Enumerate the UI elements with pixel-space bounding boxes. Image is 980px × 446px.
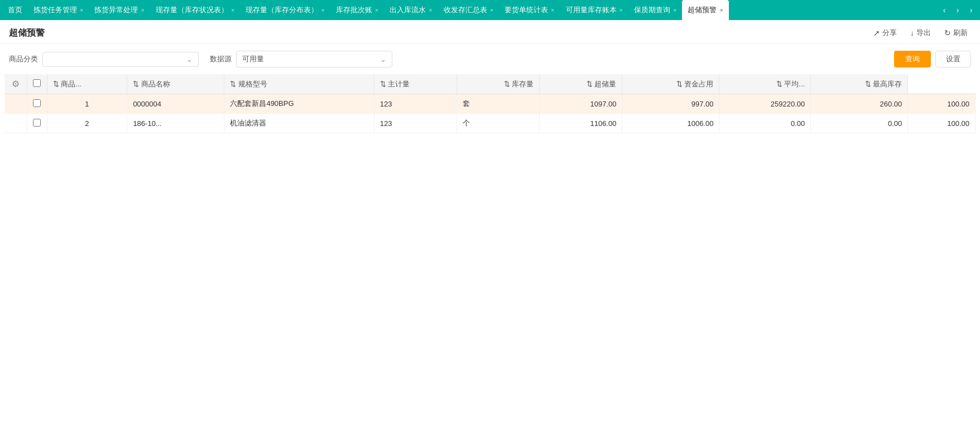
data-source-arrow-icon: ⌄ (380, 55, 386, 64)
row-avg: 260.00 (811, 94, 908, 114)
row-checkbox-0[interactable] (33, 99, 41, 107)
data-source-filter: 数据源 可用量 ⌄ (210, 51, 392, 67)
th-unit[interactable]: ⇅ 主计量 (374, 74, 457, 94)
nav-tab-close-11[interactable]: × (719, 7, 723, 13)
nav-tab-11[interactable]: 超储预警× (682, 0, 728, 20)
select-all-checkbox[interactable] (33, 79, 41, 87)
row-avg: 0.00 (811, 114, 908, 133)
nav-tab-close-2[interactable]: × (141, 7, 144, 13)
export-icon: ↓ (910, 28, 914, 37)
filter-action-buttons: 查询 设置 (894, 51, 971, 67)
page-header: 超储预警 ➚ 分享 ↓ 导出 ↻ 刷新 (0, 20, 980, 44)
nav-prev-arrow[interactable]: ‹ (938, 0, 951, 20)
data-source-select[interactable]: 可用量 ⌄ (236, 51, 392, 67)
nav-tab-close-9[interactable]: × (619, 7, 623, 13)
share-button[interactable]: ➚ 分享 (870, 27, 900, 39)
row-capital: 0.00 (719, 114, 811, 133)
nav-tab-10[interactable]: 保质期查询× (628, 0, 682, 20)
row-spec: 123 (374, 94, 457, 114)
nav-next-arrow[interactable]: › (951, 0, 964, 20)
goods-category-arrow-icon: ⌄ (186, 55, 193, 64)
row-checkbox-cell[interactable] (27, 94, 47, 114)
filter-bar: 商品分类 ⌄ 数据源 可用量 ⌄ 查询 设置 (0, 44, 980, 74)
nav-tab-close-4[interactable]: × (321, 7, 324, 13)
top-nav: 首页拣货任务管理×拣货异常处理×现存量（库存状况表）×现存量（库存分布表）×库存… (0, 0, 980, 20)
nav-tab-close-5[interactable]: × (375, 7, 378, 13)
th-max-stock[interactable]: ⇅ 最高库存 (811, 74, 908, 94)
row-gear-cell (4, 94, 27, 114)
row-stock: 1097.00 (540, 94, 622, 114)
th-avg[interactable]: ⇅ 平均... (719, 74, 811, 94)
table-wrap: ⚙ ⇅ 商品... ⇅ 商品名称 ⇅ 规格型号 ⇅ 主计量 (0, 74, 980, 133)
export-button[interactable]: ↓ 导出 (907, 27, 934, 39)
row-product-code: 186-10... (127, 114, 224, 133)
goods-category-label: 商品分类 (9, 54, 38, 64)
nav-tab-close-8[interactable]: × (551, 7, 554, 13)
row-over-stock: 1006.00 (622, 114, 719, 133)
th-stock[interactable]: ⇅ 库存量 (457, 74, 540, 94)
page-title: 超储预警 (9, 27, 45, 39)
nav-tab-7[interactable]: 收发存汇总表× (438, 0, 499, 20)
row-product-code: 0000004 (127, 94, 224, 114)
th-gear[interactable]: ⚙ (4, 74, 27, 94)
nav-tab-close-7[interactable]: × (490, 7, 493, 13)
row-index-num: 2 (47, 114, 127, 133)
nav-tab-1[interactable]: 拣货任务管理× (28, 0, 89, 20)
nav-tab-9[interactable]: 可用量库存账本× (560, 0, 628, 20)
row-capital: 259220.00 (719, 94, 811, 114)
refresh-icon: ↻ (944, 28, 951, 37)
th-checkbox[interactable] (27, 74, 47, 94)
nav-tab-5[interactable]: 库存批次账× (330, 0, 384, 20)
row-product-name: 六配套新昌490BPG (224, 94, 374, 114)
row-checkbox-cell[interactable] (27, 114, 47, 133)
row-index-num: 1 (47, 94, 127, 114)
row-gear-cell (4, 114, 27, 133)
nav-tab-8[interactable]: 要货单统计表× (499, 0, 560, 20)
nav-more-arrow[interactable]: › (964, 0, 978, 20)
table-header-row: ⚙ ⇅ 商品... ⇅ 商品名称 ⇅ 规格型号 ⇅ 主计量 (4, 74, 976, 94)
row-over-stock: 997.00 (622, 94, 719, 114)
row-unit: 套 (457, 94, 540, 114)
row-unit: 个 (457, 114, 540, 133)
row-product-name: 机油滤清器 (224, 114, 374, 133)
nav-tab-close-10[interactable]: × (673, 7, 676, 13)
share-icon: ➚ (873, 28, 880, 37)
setting-button[interactable]: 设置 (935, 51, 971, 67)
nav-tab-6[interactable]: 出入库流水× (384, 0, 438, 20)
th-over-stock[interactable]: ⇅ 超储量 (540, 74, 622, 94)
nav-tab-close-3[interactable]: × (231, 7, 234, 13)
th-product-code[interactable]: ⇅ 商品... (47, 74, 127, 94)
nav-tab-4[interactable]: 现存量（库存分布表）× (240, 0, 330, 20)
data-table: ⚙ ⇅ 商品... ⇅ 商品名称 ⇅ 规格型号 ⇅ 主计量 (4, 74, 976, 133)
row-max-stock: 100.00 (908, 94, 976, 114)
th-capital[interactable]: ⇅ 资金占用 (622, 74, 719, 94)
nav-tab-0[interactable]: 首页 (2, 0, 28, 20)
table-row: 2 186-10... 机油滤清器 123 个 1106.00 1006.00 … (4, 114, 976, 133)
data-source-value: 可用量 (242, 54, 264, 64)
header-actions: ➚ 分享 ↓ 导出 ↻ 刷新 (870, 27, 971, 39)
row-checkbox-1[interactable] (33, 119, 41, 127)
nav-tab-3[interactable]: 现存量（库存状况表）× (150, 0, 240, 20)
row-stock: 1106.00 (540, 114, 622, 133)
query-button[interactable]: 查询 (894, 51, 931, 67)
page-content: 超储预警 ➚ 分享 ↓ 导出 ↻ 刷新 商品分类 ⌄ 数据源 (0, 20, 980, 446)
th-spec[interactable]: ⇅ 规格型号 (224, 74, 374, 94)
table-row: 1 0000004 六配套新昌490BPG 123 套 1097.00 997.… (4, 94, 976, 114)
th-product-name[interactable]: ⇅ 商品名称 (127, 74, 224, 94)
refresh-button[interactable]: ↻ 刷新 (941, 27, 971, 39)
row-spec: 123 (374, 114, 457, 133)
nav-tab-2[interactable]: 拣货异常处理× (89, 0, 150, 20)
nav-tab-close-6[interactable]: × (429, 7, 432, 13)
row-max-stock: 100.00 (908, 114, 976, 133)
goods-category-select[interactable]: ⌄ (42, 52, 199, 67)
nav-tab-close-1[interactable]: × (80, 7, 83, 13)
data-source-label: 数据源 (210, 54, 232, 64)
goods-category-filter: 商品分类 ⌄ (9, 52, 199, 67)
gear-icon[interactable]: ⚙ (12, 79, 20, 89)
